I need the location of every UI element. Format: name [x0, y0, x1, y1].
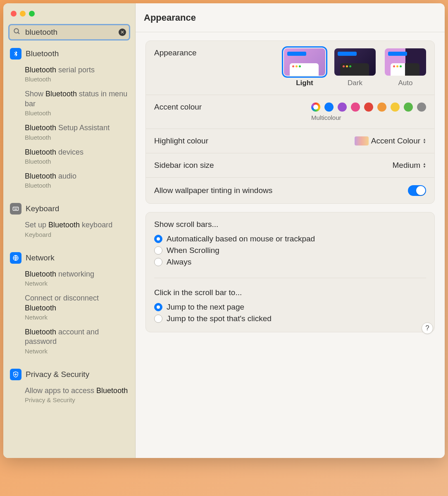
appearance-thumb — [284, 48, 325, 76]
appearance-row: Appearance Light Dark Auto — [146, 41, 434, 95]
sidebar-section-label: Privacy & Security — [26, 370, 89, 379]
search-result-title: Bluetooth account and password — [25, 327, 129, 347]
search-result[interactable]: Bluetooth Setup Assistant Bluetooth — [8, 122, 130, 145]
sidebar-section-head[interactable]: Keyboard — [8, 201, 130, 219]
highlight-select[interactable]: Accent Colour ▲▼ — [355, 136, 426, 145]
svg-line-1 — [18, 32, 19, 34]
scrollclick-group: Click in the scroll bar to... Jump to th… — [146, 281, 434, 332]
tinting-label: Allow wallpaper tinting in windows — [154, 186, 272, 195]
scrollbars-title: Show scroll bars... — [154, 220, 426, 229]
appearance-option-dark[interactable]: Dark — [334, 48, 376, 87]
accent-color-3[interactable] — [351, 103, 360, 112]
search-result-sub: Network — [25, 348, 129, 355]
minimize-window[interactable] — [20, 11, 26, 17]
privacy-icon — [10, 369, 21, 380]
highlight-row: Highlight colour Accent Colour ▲▼ — [146, 129, 434, 153]
radio-label: Jump to the spot that's clicked — [167, 314, 272, 323]
accent-row: Accent colour Multicolour — [146, 95, 434, 129]
sidebar-section-label: Keyboard — [26, 204, 59, 213]
accent-color-2[interactable] — [338, 103, 347, 112]
accent-color-4[interactable] — [364, 103, 373, 112]
maximize-window[interactable] — [29, 11, 35, 17]
search-input[interactable] — [8, 24, 130, 41]
radio-icon — [154, 235, 162, 243]
sidebar-size-select[interactable]: Medium ▲▼ — [393, 161, 427, 170]
search-wrap: ✕ — [8, 24, 130, 41]
search-result-title: Bluetooth Setup Assistant — [25, 123, 129, 133]
search-result[interactable]: Bluetooth serial ports Bluetooth — [8, 64, 130, 88]
search-result-sub: Network — [25, 280, 129, 287]
content: Appearance Light Dark Auto Accent colour… — [136, 32, 445, 349]
scrollclick-title: Click in the scroll bar to... — [154, 288, 426, 297]
search-result[interactable]: Bluetooth audio Bluetooth — [8, 170, 130, 194]
scrollclick-option[interactable]: Jump to the spot that's clicked — [154, 313, 426, 324]
radio-label: When Scrolling — [167, 246, 219, 255]
help-button[interactable]: ? — [422, 322, 433, 334]
appearance-panel: Appearance Light Dark Auto Accent colour… — [145, 41, 435, 204]
sidebar: ✕ Bluetooth Bluetooth serial ports Bluet… — [3, 3, 136, 458]
search-result[interactable]: Bluetooth account and password Network — [8, 326, 130, 360]
svg-rect-2 — [13, 207, 18, 210]
search-result[interactable]: Allow apps to access Bluetooth Privacy &… — [8, 384, 130, 408]
accent-color-5[interactable] — [377, 103, 386, 112]
scrollbars-option[interactable]: Always — [154, 256, 426, 268]
highlight-swatch-icon — [355, 136, 369, 145]
bluetooth-icon — [10, 48, 21, 60]
scrollclick-option[interactable]: Jump to the next page — [154, 301, 426, 313]
search-result-title: Bluetooth serial ports — [25, 65, 129, 75]
appearance-thumb — [385, 48, 426, 76]
scrollbars-option[interactable]: When Scrolling — [154, 245, 426, 256]
radio-label: Jump to the next page — [167, 303, 244, 312]
traffic-lights — [8, 9, 130, 24]
accent-label: Accent colour — [154, 103, 202, 112]
search-result-sub: Bluetooth — [25, 76, 129, 83]
chevron-up-down-icon: ▲▼ — [423, 162, 426, 168]
highlight-label: Highlight colour — [154, 136, 208, 145]
search-result[interactable]: Connect or disconnect Bluetooth Network — [8, 292, 130, 326]
clear-search-icon[interactable]: ✕ — [119, 29, 126, 36]
settings-window: ✕ Bluetooth Bluetooth serial ports Bluet… — [3, 3, 445, 458]
accent-color-6[interactable] — [391, 103, 400, 112]
keyboard-icon — [10, 203, 21, 215]
search-result[interactable]: Set up Bluetooth keyboard Keyboard — [8, 219, 130, 243]
scrollbars-option[interactable]: Automatically based on mouse or trackpad — [154, 233, 426, 245]
search-result-sub: Bluetooth — [25, 158, 129, 165]
appearance-label: Appearance — [154, 48, 196, 57]
divider — [154, 278, 426, 278]
main-panel: Appearance Appearance Light Dark Auto Ac… — [136, 3, 445, 458]
sidebar-size-value: Medium — [393, 161, 421, 170]
sidebar-section-head[interactable]: Bluetooth — [8, 46, 130, 64]
search-result-sub: Privacy & Security — [25, 396, 129, 403]
chevron-up-down-icon: ▲▼ — [423, 138, 426, 144]
page-title: Appearance — [136, 3, 445, 32]
svg-point-0 — [14, 29, 19, 33]
svg-rect-6 — [17, 208, 17, 208]
search-result-title: Set up Bluetooth keyboard — [25, 220, 129, 230]
accent-color-1[interactable] — [324, 103, 334, 112]
accent-color-7[interactable] — [404, 103, 413, 112]
appearance-option-label: Dark — [348, 79, 362, 87]
appearance-option-auto[interactable]: Auto — [385, 48, 426, 87]
appearance-option-label: Auto — [398, 79, 413, 87]
tinting-toggle[interactable] — [408, 185, 426, 196]
search-result-sub: Bluetooth — [25, 134, 129, 141]
scroll-panel: Show scroll bars... Automatically based … — [145, 212, 435, 332]
close-window[interactable] — [11, 11, 17, 17]
sidebar-section-head[interactable]: Network — [8, 250, 130, 268]
accent-color-0[interactable] — [311, 103, 320, 112]
svg-rect-5 — [16, 208, 17, 208]
accent-color-8[interactable] — [417, 103, 426, 112]
sidebar-section-head[interactable]: Privacy & Security — [8, 367, 130, 384]
radio-icon — [154, 246, 162, 255]
search-result-title: Bluetooth networking — [25, 269, 129, 279]
radio-icon — [154, 315, 162, 323]
search-icon — [13, 28, 21, 37]
search-result[interactable]: Show Bluetooth status in menu bar Blueto… — [8, 88, 130, 122]
sidebar-size-row: Sidebar icon size Medium ▲▼ — [146, 153, 434, 178]
search-result[interactable]: Bluetooth devices Bluetooth — [8, 146, 130, 170]
appearance-option-light[interactable]: Light — [284, 48, 325, 87]
search-result[interactable]: Bluetooth networking Network — [8, 268, 130, 292]
sidebar-size-label: Sidebar icon size — [154, 161, 214, 170]
search-result-title: Bluetooth devices — [25, 148, 129, 157]
search-result-title: Allow apps to access Bluetooth — [25, 386, 129, 396]
